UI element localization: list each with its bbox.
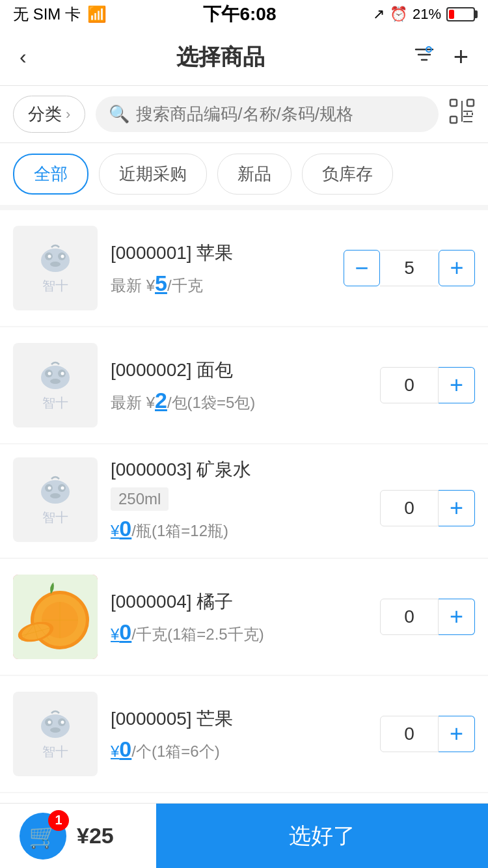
bottom-bar: 🛒 1 ¥25 选好了: [0, 803, 488, 868]
product-thumb-4: [13, 575, 98, 659]
svg-point-46: [48, 720, 51, 724]
product-code-name-2: [0000002] 面包: [111, 358, 367, 383]
qty-minus-1[interactable]: −: [344, 250, 380, 286]
status-right: ↗ ⏰ 21%: [373, 6, 475, 23]
product-list: 智十 [0000001] 苹果 最新 ¥5/千克 − +: [0, 210, 488, 868]
category-label: 分类: [28, 103, 62, 126]
location-icon: ↗: [373, 6, 385, 23]
svg-point-43: [41, 714, 70, 738]
tab-recent[interactable]: 近期采购: [99, 154, 207, 195]
qty-input-3[interactable]: [380, 490, 439, 526]
qty-input-5[interactable]: [380, 716, 439, 752]
svg-rect-6: [450, 116, 457, 123]
product-item-5: 智十 [0000005] 芒果 ¥0/个(1箱=6个) +: [0, 676, 488, 792]
product-item-3: 智十 [0000003] 矿泉水 250ml ¥0/瓶(1箱=12瓶) +: [0, 444, 488, 558]
product-info-1: [0000001] 苹果 最新 ¥5/千克: [111, 241, 331, 296]
category-button[interactable]: 分类 ›: [13, 96, 85, 133]
svg-point-23: [61, 372, 64, 375]
qty-input-2[interactable]: [380, 367, 439, 403]
qty-plus-5[interactable]: +: [439, 716, 475, 752]
product-code-name-4: [0000004] 橘子: [111, 590, 367, 614]
product-item-2: 智十 [0000002] 面包 最新 ¥2/包(1袋=5包) +: [0, 327, 488, 443]
svg-point-19: [41, 366, 70, 389]
search-icon: 🔍: [109, 104, 129, 124]
qty-input-4[interactable]: [380, 599, 439, 635]
qty-control-5: +: [380, 716, 475, 752]
svg-point-18: [50, 262, 61, 267]
back-button[interactable]: ‹: [20, 45, 27, 69]
filter-bar: 分类 › 🔍: [0, 86, 488, 143]
svg-point-24: [50, 379, 61, 384]
product-info-2: [0000002] 面包 最新 ¥2/包(1袋=5包): [111, 358, 367, 413]
tab-all[interactable]: 全部: [13, 154, 88, 195]
category-chevron-icon: ›: [66, 106, 70, 123]
product-info-3: [0000003] 矿泉水 250ml ¥0/瓶(1箱=12瓶): [111, 457, 367, 541]
product-thumb-2: 智十: [13, 343, 98, 427]
svg-rect-5: [467, 100, 474, 106]
product-price-2: 最新 ¥2/包(1袋=5包): [111, 388, 367, 413]
add-button[interactable]: +: [454, 42, 468, 72]
search-box: 🔍: [96, 96, 439, 132]
cart-badge: 1: [48, 810, 69, 831]
page-title: 选择商品: [176, 42, 265, 72]
product-item-4: [0000004] 橘子 ¥0/千克(1箱=2.5千克) +: [0, 559, 488, 675]
product-thumb-1: 智十: [13, 226, 98, 310]
product-thumb-5: 智十: [13, 692, 98, 776]
owl-brand-text-1: 智十: [42, 277, 68, 295]
product-thumb-3: 智十: [13, 457, 98, 542]
status-bar: 无 SIM 卡 📶 下午6:08 ↗ ⏰ 21%: [0, 0, 488, 29]
nav-right-actions: +: [414, 42, 468, 72]
svg-point-29: [61, 486, 64, 489]
product-price-3: ¥0/瓶(1箱=12瓶): [111, 516, 367, 541]
svg-point-22: [48, 372, 51, 375]
svg-point-25: [41, 480, 70, 504]
svg-point-17: [61, 254, 64, 258]
product-code-name-1: [0000001] 苹果: [111, 241, 331, 265]
product-info-4: [0000004] 橘子 ¥0/千克(1箱=2.5千克): [111, 590, 367, 645]
filter-button[interactable]: [414, 46, 434, 68]
status-left: 无 SIM 卡 📶: [13, 4, 107, 25]
product-price-1: 最新 ¥5/千克: [111, 271, 331, 296]
product-item-1: 智十 [0000001] 苹果 最新 ¥5/千克 − +: [0, 210, 488, 326]
wifi-icon: 📶: [87, 5, 107, 23]
svg-point-16: [48, 254, 51, 258]
battery-percent: 21%: [413, 6, 441, 23]
tab-negative[interactable]: 负库存: [302, 154, 393, 195]
svg-point-48: [50, 727, 61, 733]
svg-rect-4: [450, 100, 457, 106]
product-code-name-3: [0000003] 矿泉水: [111, 457, 367, 482]
product-price-4: ¥0/千克(1箱=2.5千克): [111, 619, 367, 645]
qty-control-3: +: [380, 490, 475, 526]
status-time: 下午6:08: [203, 2, 276, 27]
battery-icon: [446, 7, 475, 21]
cart-total: ¥25: [77, 823, 114, 848]
product-info-5: [0000005] 芒果 ¥0/个(1箱=6个): [111, 707, 367, 762]
alarm-icon: ⏰: [390, 6, 407, 23]
svg-point-28: [48, 486, 51, 489]
nav-bar: ‹ 选择商品 +: [0, 29, 488, 86]
search-input[interactable]: [136, 104, 426, 124]
scan-icon[interactable]: [449, 98, 475, 130]
qty-plus-4[interactable]: +: [439, 599, 475, 635]
qty-control-2: +: [380, 367, 475, 403]
confirm-button[interactable]: 选好了: [156, 804, 488, 868]
svg-point-13: [41, 249, 70, 272]
qty-plus-2[interactable]: +: [439, 367, 475, 403]
qty-plus-1[interactable]: +: [439, 250, 475, 286]
product-spec-3: 250ml: [111, 487, 169, 511]
product-price-5: ¥0/个(1箱=6个): [111, 737, 367, 762]
svg-point-47: [61, 720, 64, 724]
svg-point-30: [50, 493, 61, 498]
tab-bar: 全部 近期采购 新品 负库存: [0, 143, 488, 210]
tab-new[interactable]: 新品: [217, 154, 291, 195]
qty-plus-3[interactable]: +: [439, 490, 475, 526]
qty-control-1: − +: [344, 250, 475, 286]
qty-input-1[interactable]: [380, 250, 439, 286]
cart-button[interactable]: 🛒 1: [20, 813, 66, 860]
cart-section: 🛒 1 ¥25: [0, 813, 156, 860]
qty-control-4: +: [380, 599, 475, 635]
carrier-label: 无 SIM 卡: [13, 4, 81, 25]
product-code-name-5: [0000005] 芒果: [111, 707, 367, 731]
